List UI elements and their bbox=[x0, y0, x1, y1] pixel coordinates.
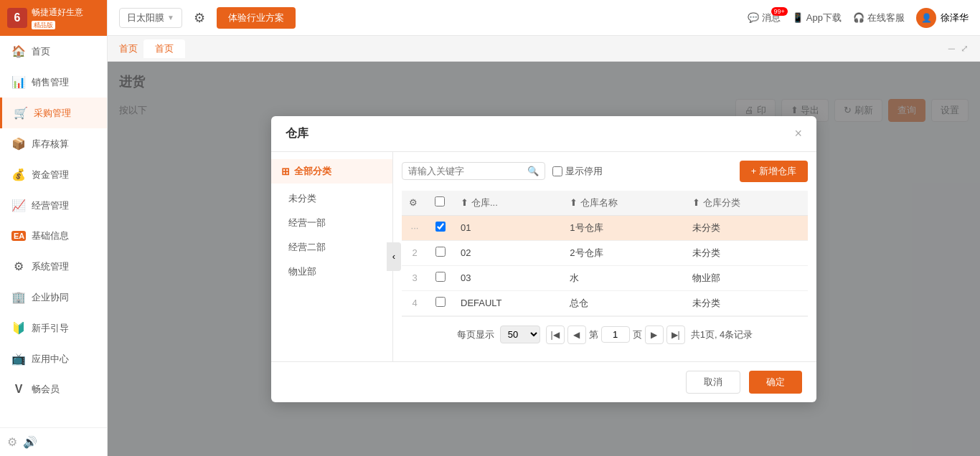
app-icon: 📱 bbox=[792, 12, 804, 23]
th-category: ⬆ 仓库分类 bbox=[685, 191, 808, 216]
th-gear[interactable]: ⚙ bbox=[402, 191, 428, 216]
select-all-checkbox[interactable] bbox=[435, 196, 445, 206]
sidebar-item-system[interactable]: ⚙ 系统管理 bbox=[0, 251, 107, 282]
sidebar-item-sales[interactable]: 📊 销售管理 bbox=[0, 67, 107, 98]
confirm-button[interactable]: 确定 bbox=[749, 371, 802, 394]
sidebar-bottom: ⚙ 🔊 bbox=[0, 427, 107, 456]
prev-page-button[interactable]: ◀ bbox=[567, 326, 586, 344]
th-checkbox bbox=[428, 191, 453, 216]
add-warehouse-button[interactable]: + 新增仓库 bbox=[740, 161, 808, 182]
sidebar-item-purchase[interactable]: 🛒 采购管理 bbox=[0, 98, 107, 128]
cancel-button[interactable]: 取消 bbox=[686, 371, 740, 394]
trial-button[interactable]: 体验行业方案 bbox=[217, 7, 296, 29]
action-dots[interactable]: ··· bbox=[411, 222, 419, 233]
guide-icon: 🔰 bbox=[11, 321, 26, 335]
modal-overlay: 仓库 × ⊞ 全部分类 未分类 经营一 bbox=[108, 62, 980, 456]
pagination: 每页显示 50 20 100 |◀ ◀ 第 页 bbox=[402, 316, 808, 353]
table-row[interactable]: 3 03 水 物业部 bbox=[402, 265, 808, 290]
sidebar-item-finance[interactable]: 💰 资金管理 bbox=[0, 159, 107, 190]
row-category: 未分类 bbox=[685, 290, 808, 315]
speaker-icon[interactable]: 🔊 bbox=[23, 435, 37, 449]
search-icon[interactable]: 🔍 bbox=[527, 166, 539, 176]
sidebar-item-guide[interactable]: 🔰 新手引导 bbox=[0, 313, 107, 343]
table-row[interactable]: ··· 01 1号仓库 未分类 bbox=[402, 215, 808, 240]
row-index: 4 bbox=[402, 290, 428, 315]
th-code: ⬆ 仓库... bbox=[453, 191, 562, 216]
sort-icon3: ⬆ bbox=[692, 197, 700, 208]
row-checkbox[interactable] bbox=[435, 222, 446, 232]
row-checkbox-cell bbox=[428, 215, 453, 240]
sidebar-item-inventory[interactable]: 📦 库存核算 bbox=[0, 128, 107, 159]
sidebar-logo: 6 畅捷通好生意 精品版 bbox=[0, 0, 107, 36]
breadcrumb-tab: 首页 bbox=[143, 39, 185, 58]
next-page-button[interactable]: ▶ bbox=[645, 326, 664, 344]
minimize-icon[interactable]: ─ bbox=[948, 43, 955, 54]
sidebar-item-basic[interactable]: EA 基础信息 bbox=[0, 221, 107, 251]
row-code: DEFAULT bbox=[453, 290, 562, 315]
sidebar-item-home[interactable]: 🏠 首页 bbox=[0, 36, 107, 67]
table-row[interactable]: 2 02 2号仓库 未分类 bbox=[402, 240, 808, 265]
row-checkbox[interactable] bbox=[435, 247, 446, 257]
purchase-icon: 🛒 bbox=[14, 106, 28, 120]
breadcrumb-bar: 首页 首页 ─ ⤢ bbox=[108, 36, 980, 62]
logo-text: 畅捷通好生意 精品版 bbox=[32, 6, 83, 30]
row-category: 未分类 bbox=[685, 215, 808, 240]
avatar: 👤 bbox=[916, 8, 936, 28]
table-header-row: ⚙ ⬆ 仓库... bbox=[402, 191, 808, 216]
row-code: 01 bbox=[453, 215, 562, 240]
notification-button[interactable]: 💬 消息 99+ bbox=[748, 11, 781, 24]
show-disabled-checkbox[interactable] bbox=[552, 166, 562, 176]
all-categories-item[interactable]: ⊞ 全部分类 bbox=[271, 159, 392, 184]
row-code: 03 bbox=[453, 265, 562, 290]
row-code: 02 bbox=[453, 240, 562, 265]
last-page-button[interactable]: ▶| bbox=[666, 326, 685, 344]
page-navigation: |◀ ◀ 第 页 ▶ ▶| bbox=[546, 326, 685, 344]
table-row[interactable]: 4 DEFAULT 总仓 未分类 bbox=[402, 290, 808, 315]
customer-service-link[interactable]: 🎧 在线客服 bbox=[853, 11, 905, 24]
table-body: ··· 01 1号仓库 未分类 2 02 2号仓库 未分类 3 bbox=[402, 215, 808, 315]
category-toggle-button[interactable]: ‹ bbox=[387, 242, 401, 271]
modal-footer: 取消 确定 bbox=[271, 361, 816, 402]
row-checkbox[interactable] bbox=[435, 272, 446, 282]
first-page-button[interactable]: |◀ bbox=[546, 326, 565, 344]
search-input[interactable] bbox=[408, 166, 524, 176]
row-category: 未分类 bbox=[685, 240, 808, 265]
store-selector[interactable]: 日太阳膜 ▼ bbox=[119, 8, 182, 28]
sidebar-item-enterprise[interactable]: 🏢 企业协同 bbox=[0, 282, 107, 313]
sort-icon2: ⬆ bbox=[570, 197, 578, 208]
user-area[interactable]: 👤 徐泽华 bbox=[916, 8, 969, 28]
breadcrumb-home[interactable]: 首页 bbox=[119, 42, 138, 55]
logo-icon: 6 bbox=[7, 8, 27, 28]
expand-icon[interactable]: ⤢ bbox=[961, 43, 969, 54]
sidebar-item-member[interactable]: V 畅会员 bbox=[0, 374, 107, 404]
category-panel: ⊞ 全部分类 未分类 经营一部 经营二部 物业部 bbox=[271, 152, 393, 361]
row-checkbox[interactable] bbox=[435, 297, 446, 307]
row-name: 1号仓库 bbox=[562, 215, 685, 240]
category-item-unclassified[interactable]: 未分类 bbox=[271, 186, 392, 211]
settings-icon[interactable]: ⚙ bbox=[7, 435, 17, 449]
enterprise-icon: 🏢 bbox=[11, 290, 26, 304]
category-item-dept2[interactable]: 经营二部 bbox=[271, 235, 392, 260]
page-number-input[interactable] bbox=[601, 326, 630, 343]
app-download-link[interactable]: 📱 App下载 bbox=[792, 11, 842, 24]
show-disabled-toggle: 显示停用 bbox=[552, 165, 603, 178]
sidebar-item-apps[interactable]: 📺 应用中心 bbox=[0, 343, 107, 374]
category-item-dept1[interactable]: 经营一部 bbox=[271, 211, 392, 235]
sidebar-item-operation[interactable]: 📈 经营管理 bbox=[0, 190, 107, 221]
table-wrapper: ⚙ ⬆ 仓库... bbox=[402, 191, 808, 316]
total-info: 共1页, 4条记录 bbox=[691, 328, 753, 341]
sort-icon: ⬆ bbox=[461, 197, 468, 208]
category-item-property[interactable]: 物业部 bbox=[271, 260, 392, 284]
content-toolbar: 🔍 显示停用 + 新增仓库 bbox=[402, 161, 808, 182]
row-checkbox-cell bbox=[428, 290, 453, 315]
modal-title: 仓库 bbox=[286, 126, 308, 141]
sales-icon: 📊 bbox=[11, 75, 26, 89]
operation-icon: 📈 bbox=[11, 199, 26, 212]
search-box: 🔍 bbox=[402, 162, 545, 180]
apps-icon: 📺 bbox=[11, 352, 26, 366]
main-area: 日太阳膜 ▼ ⚙ 体验行业方案 💬 消息 99+ 📱 App下载 🎧 在线客服 … bbox=[108, 0, 980, 456]
th-name: ⬆ 仓库名称 bbox=[562, 191, 685, 216]
page-size-select[interactable]: 50 20 100 bbox=[500, 326, 540, 343]
gear-icon[interactable]: ⚙ bbox=[191, 7, 208, 29]
close-button[interactable]: × bbox=[794, 126, 802, 141]
